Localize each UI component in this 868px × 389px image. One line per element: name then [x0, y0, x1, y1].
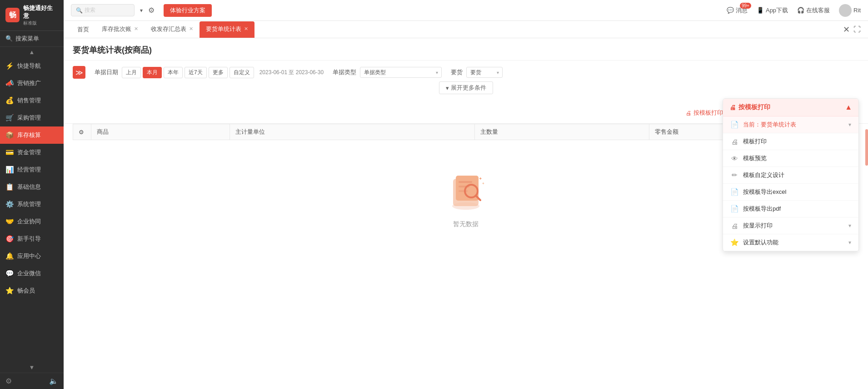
date-btn-custom[interactable]: 自定义: [229, 67, 254, 78]
app-download-btn[interactable]: 📱 App下载: [757, 6, 788, 15]
yaohuodan-select-wrapper: 要货 ▾: [466, 67, 503, 78]
sidebar-search-btn[interactable]: 🔍 搜索菜单: [0, 31, 64, 47]
expand-more-icon: ▾: [446, 85, 449, 91]
speaker-icon[interactable]: 🔈: [49, 377, 58, 385]
empty-illustration: ✦ ✦: [443, 167, 489, 213]
svg-rect-5: [459, 190, 468, 192]
sidebar-item-basics[interactable]: 📋 基础信息: [0, 178, 64, 196]
tab-label-order-stats: 要货单统计表: [206, 25, 241, 33]
nav-icon-member: ⭐: [5, 287, 14, 295]
sidebar-bottom: ⚙ 🔈: [0, 373, 64, 389]
tab-order-stats[interactable]: 要货单统计表✕: [200, 21, 254, 38]
popup-item-icon-template-export-excel: 📄: [730, 188, 738, 196]
sidebar-item-marketing[interactable]: 📣 营销推广: [0, 75, 64, 92]
popup-item-icon-template-design: ✏: [730, 171, 738, 179]
avatar-img: [839, 4, 852, 17]
nav-label-appstore: 应用中心: [17, 252, 41, 260]
nav-icon-quick-nav: ⚡: [5, 62, 14, 70]
online-service-btn[interactable]: 🎧 在线客服: [797, 6, 830, 15]
sidebar-item-finance[interactable]: 💳 资金管理: [0, 144, 64, 161]
tab-close-order-stats[interactable]: ✕: [244, 26, 248, 32]
date-btn-last-month[interactable]: 上月: [122, 67, 141, 78]
messages-btn[interactable]: 💬 消息 99+: [727, 6, 748, 15]
print-popup-item-template-print[interactable]: 🖨 模板打印: [723, 133, 858, 150]
filter-section: ≫ 单据日期 上月本月本年近7天更多自定义 2023-06-01 至 2023-…: [64, 61, 868, 102]
tab-close-receipt-summary[interactable]: ✕: [189, 26, 193, 32]
print-popup-title: 🖨 按模板打印: [729, 103, 770, 111]
expand-more-btn[interactable]: ▾ 展开更多条件: [439, 81, 493, 94]
scrollbar-right[interactable]: [865, 129, 868, 166]
print-popup-item-template-design[interactable]: ✏ 模板自定义设计: [723, 167, 858, 184]
type-filter-group: 单据类型 单据类型 要货单 采购单 ▾: [333, 67, 442, 78]
sidebar-logo: 畅 畅捷通好生意 标准版: [0, 0, 64, 31]
sidebar-item-wechat[interactable]: 💬 企业微信: [0, 265, 64, 282]
print-popup-item-display-print[interactable]: 🖨 按显示打印▾: [723, 217, 858, 234]
search-icon: 🔍: [5, 35, 13, 42]
sidebar-item-corp[interactable]: 🤝 企业协同: [0, 213, 64, 230]
nav-label-marketing: 营销推广: [17, 79, 41, 87]
nav-icon-operations: 📊: [5, 166, 14, 174]
tab-label-receipt-summary: 收发存汇总表: [151, 25, 186, 33]
current-arrow-icon: ▾: [848, 121, 851, 128]
nav-icon-marketing: 📣: [5, 79, 14, 87]
sidebar-nav: ⚡ 快捷导航📣 营销推广💰 销售管理🛒 采购管理📦 库存核算💳 资金管理📊 经营…: [0, 57, 64, 362]
sidebar-item-quick-nav[interactable]: ⚡ 快捷导航: [0, 57, 64, 75]
date-btn-current-year[interactable]: 本年: [164, 67, 183, 78]
app-icon: 📱: [757, 7, 764, 14]
tab-receipt-summary[interactable]: 收发存汇总表✕: [145, 21, 200, 38]
tab-close-batch-account[interactable]: ✕: [134, 26, 138, 32]
nav-label-inventory: 库存核算: [17, 131, 41, 139]
nav-icon-finance: 💳: [5, 148, 14, 157]
print-popup-item-set-default[interactable]: ⭐ 设置默认功能▾: [723, 234, 858, 251]
print-popup-current[interactable]: 📄 当前：要货单统计表 ▾: [723, 116, 858, 133]
topbar-search[interactable]: 🔍 搜索: [71, 4, 135, 16]
date-btn-last-7days[interactable]: 近7天: [185, 67, 207, 78]
sidebar-item-inventory[interactable]: 📦 库存核算: [0, 126, 64, 144]
table-col-unit: 主计量单位: [230, 124, 475, 140]
sidebar-item-operations[interactable]: 📊 经营管理: [0, 161, 64, 178]
nav-label-purchase: 采购管理: [17, 114, 41, 122]
type-select[interactable]: 单据类型 要货单 采购单: [360, 67, 442, 78]
sidebar-item-sales[interactable]: 💰 销售管理: [0, 92, 64, 109]
logo-icon: 畅: [5, 8, 20, 22]
nav-label-basics: 基础信息: [17, 183, 41, 191]
sidebar-item-guide[interactable]: 🎯 新手引导: [0, 230, 64, 248]
settings-bottom-icon[interactable]: ⚙: [5, 377, 12, 385]
sidebar-item-system[interactable]: ⚙️ 系统管理: [0, 196, 64, 213]
nav-icon-wechat: 💬: [5, 269, 14, 278]
print-popup-item-template-preview[interactable]: 👁 模板预览: [723, 150, 858, 167]
trial-btn[interactable]: 体验行业方案: [164, 4, 212, 17]
expand-more-row: ▾ 展开更多条件: [73, 79, 859, 97]
nav-icon-inventory: 📦: [5, 131, 14, 139]
topbar-dropdown[interactable]: ▾: [140, 7, 143, 14]
print-popup-item-template-export-pdf[interactable]: 📄 按模板导出pdf: [723, 201, 858, 217]
close-window-btn[interactable]: ✕: [843, 25, 850, 35]
yaohuodan-select[interactable]: 要货: [466, 67, 503, 78]
date-btn-more[interactable]: 更多: [209, 67, 228, 78]
print-popup-close-btn[interactable]: ▲: [845, 103, 852, 111]
nav-icon-corp: 🤝: [5, 217, 14, 226]
date-range-text: 2023-06-01 至 2023-06-30: [259, 69, 324, 76]
table-col-quantity: 主数量: [475, 124, 649, 140]
filter-collapse-btn[interactable]: ≫: [73, 66, 85, 79]
sidebar-scroll-up[interactable]: ▲: [0, 47, 64, 57]
svg-text:✦: ✦: [482, 182, 485, 186]
nav-icon-purchase: 🛒: [5, 114, 14, 122]
sidebar-item-purchase[interactable]: 🛒 采购管理: [0, 109, 64, 126]
sidebar-item-member[interactable]: ⭐ 畅会员: [0, 282, 64, 299]
popup-item-icon-template-preview: 👁: [730, 155, 738, 162]
print-popup-item-template-export-excel[interactable]: 📄 按模板导出excel: [723, 184, 858, 201]
nav-icon-appstore: 🔔: [5, 252, 14, 260]
user-avatar[interactable]: Rit: [839, 4, 861, 17]
sidebar-scroll-down[interactable]: ▼: [0, 362, 64, 373]
topbar-settings-icon[interactable]: ⚙: [148, 6, 155, 15]
date-btn-current-month[interactable]: 本月: [143, 67, 162, 78]
tab-home[interactable]: 首页: [71, 22, 95, 37]
sidebar-item-appstore[interactable]: 🔔 应用中心: [0, 248, 64, 265]
expand-window-btn[interactable]: ⛶: [853, 25, 861, 34]
nav-label-sales: 销售管理: [17, 96, 41, 105]
empty-text: 暂无数据: [453, 220, 479, 228]
popup-item-icon-template-print: 🖨: [730, 138, 738, 146]
tab-batch-account[interactable]: 库存批次账✕: [95, 21, 145, 38]
svg-text:✦: ✦: [479, 176, 482, 181]
